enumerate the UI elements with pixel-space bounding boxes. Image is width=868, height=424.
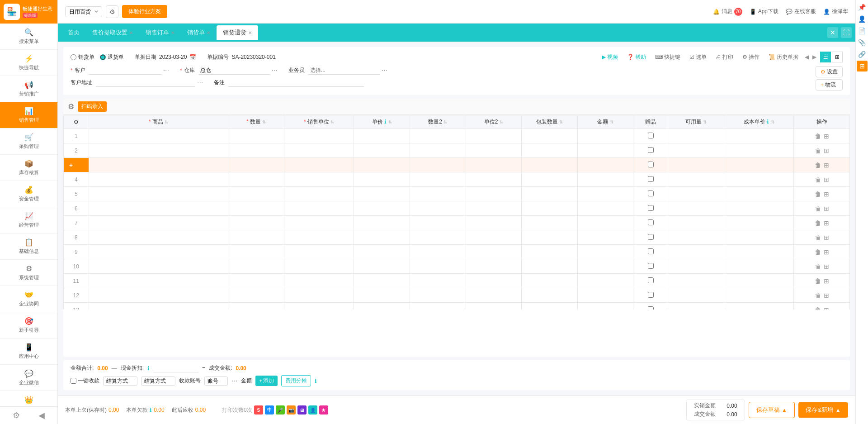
sidebar-item-guide[interactable]: 🎯 新手引导 bbox=[0, 312, 57, 338]
cell-unit2-13[interactable] bbox=[466, 303, 522, 310]
packqty-sort-icon[interactable]: ⇅ bbox=[559, 119, 563, 124]
cell-unit-13[interactable] bbox=[284, 303, 354, 310]
cell-available-13[interactable] bbox=[668, 303, 724, 310]
cell-unit-2[interactable] bbox=[284, 143, 354, 158]
cell-unit-6[interactable] bbox=[284, 201, 354, 216]
collapse-icon[interactable]: ◀ bbox=[38, 410, 45, 420]
app-download-btn[interactable]: 📱 App下载 bbox=[750, 8, 778, 15]
cell-packqty-1[interactable] bbox=[522, 129, 578, 143]
cell-qty-2[interactable] bbox=[228, 143, 284, 158]
warehouse-input[interactable] bbox=[198, 66, 270, 75]
warehouse-select-btn[interactable]: ··· bbox=[272, 67, 278, 75]
cash-discount-input[interactable] bbox=[153, 364, 198, 372]
table-row[interactable]: 6 🗑 ⊞ bbox=[64, 201, 850, 216]
gift-checkbox-2[interactable] bbox=[648, 147, 654, 153]
topbar-gear-btn[interactable]: ⚙ bbox=[106, 5, 118, 18]
cell-amount-4[interactable] bbox=[577, 172, 633, 187]
toolbar-shortcut-btn[interactable]: ⌨ 快捷键 bbox=[652, 52, 683, 62]
sidebar-item-appstore[interactable]: 📱 应用中心 bbox=[0, 338, 57, 365]
salesperson-input[interactable] bbox=[308, 66, 380, 75]
cell-unit-1[interactable] bbox=[284, 129, 354, 143]
cell-qty2-13[interactable] bbox=[410, 303, 466, 310]
table-settings-icon[interactable]: ⚙ bbox=[68, 102, 74, 111]
settings-bottom-icon[interactable]: ⚙ bbox=[13, 410, 20, 420]
copy-icon-11[interactable]: ⊞ bbox=[824, 277, 829, 285]
gift-checkbox-12[interactable] bbox=[648, 292, 654, 298]
gift-checkbox-8[interactable] bbox=[648, 234, 654, 240]
copy-icon-2[interactable]: ⊞ bbox=[824, 147, 829, 154]
customer-select-btn[interactable]: ··· bbox=[163, 67, 169, 75]
table-row[interactable]: 10 🗑 ⊞ bbox=[64, 259, 850, 274]
cell-product-2[interactable] bbox=[89, 143, 228, 158]
sidebar-item-operation[interactable]: 📈 经营管理 bbox=[0, 207, 57, 233]
cell-gift-9[interactable] bbox=[633, 245, 668, 259]
table-row[interactable]: 9 🗑 ⊞ bbox=[64, 245, 850, 259]
one-click-pay-input[interactable] bbox=[71, 378, 76, 384]
cell-available-9[interactable] bbox=[668, 245, 724, 259]
add-fee-btn[interactable]: + 添加 bbox=[255, 376, 278, 386]
copy-icon-10[interactable]: ⊞ bbox=[824, 263, 829, 270]
cell-qty2-10[interactable] bbox=[410, 259, 466, 274]
cell-unit2-11[interactable] bbox=[466, 274, 522, 288]
copy-icon-7[interactable]: ⊞ bbox=[824, 219, 829, 227]
logistics-btn[interactable]: + 物流 bbox=[816, 79, 843, 91]
cell-product-7[interactable] bbox=[89, 216, 228, 230]
cell-qty2-9[interactable] bbox=[410, 245, 466, 259]
sidebar-item-basic[interactable]: 📋 基础信息 bbox=[0, 233, 57, 260]
cell-packqty-5[interactable] bbox=[522, 187, 578, 201]
cell-available-10[interactable] bbox=[668, 259, 724, 274]
price-sort-icon[interactable]: ⇅ bbox=[388, 119, 392, 124]
delete-icon-10[interactable]: 🗑 bbox=[815, 263, 821, 270]
cell-price-8[interactable] bbox=[354, 230, 410, 245]
cell-unit-7[interactable] bbox=[284, 216, 354, 230]
cell-gift-1[interactable] bbox=[633, 129, 668, 143]
product-input-9[interactable] bbox=[92, 249, 226, 255]
table-row[interactable]: 4 🗑 ⊞ bbox=[64, 172, 850, 187]
toolbar-video-btn[interactable]: ▶ 视频 bbox=[599, 52, 621, 62]
unit-sort-icon[interactable]: ⇅ bbox=[330, 119, 334, 124]
account-select[interactable]: 账号 bbox=[204, 376, 228, 386]
fee-help-icon[interactable]: ℹ bbox=[315, 378, 317, 384]
cell-gift-2[interactable] bbox=[633, 143, 668, 158]
cell-amount-3[interactable] bbox=[577, 158, 633, 172]
cell-price-5[interactable] bbox=[354, 187, 410, 201]
customer-input[interactable] bbox=[89, 66, 161, 75]
delete-icon-7[interactable]: 🗑 bbox=[815, 219, 821, 227]
sidebar-item-search[interactable]: 🔍 搜索菜单 bbox=[0, 24, 57, 50]
cell-qty2-7[interactable] bbox=[410, 216, 466, 230]
tab-home[interactable]: 首页 bbox=[61, 25, 86, 40]
cell-unit-11[interactable] bbox=[284, 274, 354, 288]
cell-product-3[interactable] bbox=[89, 158, 228, 172]
radio-return-input[interactable] bbox=[100, 54, 106, 60]
save-draft-btn[interactable]: 保存草稿 ▲ bbox=[749, 402, 795, 418]
tab-close-price-setting[interactable]: ✕ bbox=[129, 30, 133, 35]
cell-amount-2[interactable] bbox=[577, 143, 633, 158]
cell-costprice-5[interactable] bbox=[724, 187, 793, 201]
tab-sales-return[interactable]: 销货退货 ✕ bbox=[217, 25, 258, 40]
cell-available-6[interactable] bbox=[668, 201, 724, 216]
sidebar-item-enterprise[interactable]: 🤝 企业协同 bbox=[0, 286, 57, 312]
copy-icon-13[interactable]: ⊞ bbox=[824, 306, 829, 310]
cell-qty2-12[interactable] bbox=[410, 288, 466, 303]
product-input-8[interactable] bbox=[92, 234, 226, 241]
cell-qty2-3[interactable] bbox=[410, 158, 466, 172]
cell-costprice-3[interactable] bbox=[724, 158, 793, 172]
cell-packqty-9[interactable] bbox=[522, 245, 578, 259]
cell-qty-7[interactable] bbox=[228, 216, 284, 230]
cell-unit2-4[interactable] bbox=[466, 172, 522, 187]
cell-available-1[interactable] bbox=[668, 129, 724, 143]
delete-icon-13[interactable]: 🗑 bbox=[815, 306, 821, 310]
cell-unit2-5[interactable] bbox=[466, 187, 522, 201]
cell-available-4[interactable] bbox=[668, 172, 724, 187]
gift-checkbox-4[interactable] bbox=[648, 176, 654, 182]
tab-close-sales-delivery[interactable]: ✕ bbox=[207, 30, 210, 35]
cell-price-1[interactable] bbox=[354, 129, 410, 143]
sidebar-item-finance[interactable]: 💰 资金管理 bbox=[0, 181, 57, 207]
amount-sort-icon[interactable]: ⇅ bbox=[610, 119, 613, 124]
cell-gift-8[interactable] bbox=[633, 230, 668, 245]
cell-qty-6[interactable] bbox=[228, 201, 284, 216]
unit2-sort-icon[interactable]: ⇅ bbox=[500, 119, 503, 124]
table-row[interactable]: + 🗑 ⊞ bbox=[64, 158, 850, 172]
costprice-info-icon[interactable]: ℹ bbox=[767, 119, 769, 125]
cell-price-3[interactable] bbox=[354, 158, 410, 172]
